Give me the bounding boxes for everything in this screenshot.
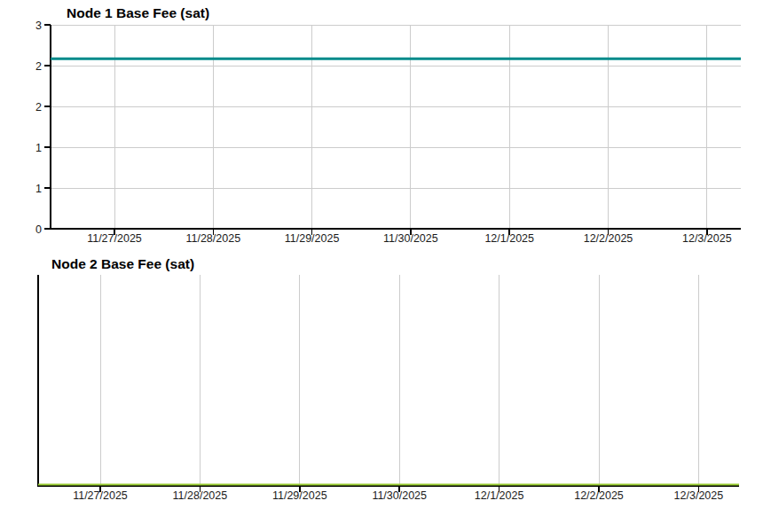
x-tick-label: 12/1/2025 [475,489,524,502]
x-tick-label: 12/1/2025 [484,232,534,245]
x-tick-label: 12/2/2025 [574,489,624,502]
x-tick-label: 11/27/2025 [87,232,142,245]
x-tick-label: 12/2/2025 [584,232,633,245]
node2-plot-area: 11/27/202511/28/202511/29/202511/30/2025… [38,275,739,502]
y-tick-label: 2 [35,101,42,113]
x-tick-label: 11/28/2025 [185,232,240,245]
y-tick-label: 0 [35,223,42,236]
y-tick-label: 1 [35,142,42,154]
y-tick-label: 1 [35,183,42,195]
node1-chart-title: Node 1 Base Fee (sat) [67,5,209,20]
x-tick-label: 11/30/2025 [383,232,438,245]
node2-base-fee-chart: Node 2 Base Fee (sat) 11/27/202511/28/20… [0,257,763,532]
y-tick-label: 2 [35,60,42,73]
base-fee-charts-page: Node 1 Base Fee (sat) 32211011/27/202511… [0,0,763,532]
x-tick-label: 12/3/2025 [682,232,732,245]
y-tick-label: 3 [35,20,42,32]
x-tick-label: 11/27/2025 [73,489,128,502]
x-tick-label: 11/29/2025 [285,232,340,245]
x-tick-label: 12/3/2025 [674,489,724,502]
x-tick-label: 11/28/2025 [173,489,228,502]
x-tick-label: 11/30/2025 [372,489,427,502]
node2-chart-title: Node 2 Base Fee (sat) [51,257,194,271]
x-tick-label: 11/29/2025 [272,489,327,502]
node1-plot-area: 32211011/27/202511/28/202511/29/202511/3… [35,20,741,246]
node1-base-fee-chart: Node 1 Base Fee (sat) 32211011/27/202511… [0,0,763,257]
